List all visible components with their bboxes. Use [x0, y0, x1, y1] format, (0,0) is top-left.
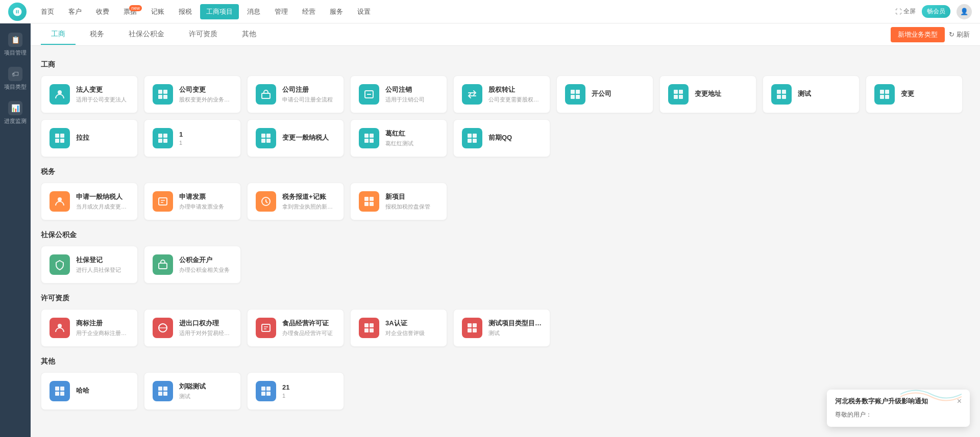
- sub-tab-许可资质[interactable]: 许可资质: [179, 24, 228, 45]
- card-新项目[interactable]: 新项目 报税加税控盘保管: [350, 183, 447, 220]
- nav-item-设置[interactable]: 设置: [351, 4, 377, 19]
- nav-item-客户[interactable]: 客户: [62, 4, 88, 19]
- sidebar-item-项目类型[interactable]: 🏷 项目类型: [2, 63, 29, 95]
- card-title-社保登记: 社保登记: [76, 255, 129, 265]
- card-税务报道+记账[interactable]: 税务报道+记账 拿到营业执照的新公司: [247, 183, 344, 220]
- card-icon-刘聪测试: [153, 381, 173, 401]
- nav-item-报税[interactable]: 报税: [173, 4, 198, 19]
- nav-item-工商项目[interactable]: 工商项目: [200, 4, 239, 19]
- card-icon-1: [153, 128, 173, 148]
- card-前期QQ[interactable]: 前期QQ: [453, 119, 550, 157]
- card-社保登记[interactable]: 社保登记 进行人员社保登记: [41, 246, 138, 284]
- card-text-公司变更: 公司变更 股权变更外的业务变更: [179, 85, 232, 104]
- refresh-icon: ↻: [949, 31, 954, 38]
- card-text-葛红红: 葛红红 葛红红测试: [385, 129, 438, 147]
- card-text-公司注册: 公司注册 申请公司注册全流程: [282, 85, 335, 104]
- section-title-税务: 税务: [41, 167, 970, 176]
- fullscreen-button[interactable]: ⛶ 全屏: [895, 7, 916, 16]
- cards-grid-社保公积金: 社保登记 进行人员社保登记 公积金开户 办理公积金相关业务: [41, 246, 970, 284]
- sub-tab-税务[interactable]: 税务: [80, 24, 114, 45]
- sub-tab-其他[interactable]: 其他: [232, 24, 266, 45]
- card-开公司[interactable]: 开公司: [556, 75, 653, 113]
- card-title-税务报道+记账: 税务报道+记账: [282, 192, 335, 201]
- card-desc-21: 1: [282, 393, 335, 399]
- card-text-哈哈: 哈哈: [76, 386, 129, 397]
- card-3A认证[interactable]: 3A认证 对企业信誉评级: [350, 309, 447, 347]
- card-测试项目类型目定义[interactable]: 测试项目类型目定义 测试: [453, 309, 550, 347]
- svg-rect-64: [473, 323, 477, 327]
- card-text-21: 21 1: [282, 383, 335, 399]
- card-icon-商标注册: [50, 318, 70, 338]
- user-avatar[interactable]: 👤: [957, 4, 972, 19]
- svg-rect-74: [163, 392, 167, 396]
- sidebar-icon-进度监测: 📊: [8, 101, 22, 115]
- card-icon-进出口权办理: [153, 318, 173, 338]
- card-商标注册[interactable]: 商标注册 用于企业商标注册服务: [41, 309, 138, 347]
- card-食品经营许可证[interactable]: 食品经营许可证 办理食品经营许可证: [247, 309, 344, 347]
- card-公司注销[interactable]: 公司注销 适用于注销公司: [350, 75, 447, 113]
- card-text-食品经营许可证: 食品经营许可证 办理食品经营许可证: [282, 319, 335, 337]
- svg-rect-63: [468, 323, 472, 327]
- card-title-葛红红: 葛红红: [385, 129, 438, 138]
- nav-item-消息[interactable]: 消息: [241, 4, 266, 19]
- nav-item-管理[interactable]: 管理: [268, 4, 294, 19]
- card-title-3A认证: 3A认证: [385, 319, 438, 328]
- card-icon-公司变更: [153, 84, 173, 105]
- nav-item-首页[interactable]: 首页: [35, 4, 60, 19]
- card-葛红红[interactable]: 葛红红 葛红红测试: [350, 119, 447, 157]
- card-desc-公司注销: 适用于注销公司: [385, 96, 438, 104]
- card-title-股权转让: 股权转让: [488, 85, 542, 94]
- card-变更[interactable]: 变更: [866, 75, 963, 113]
- section-title-社保公积金: 社保公积金: [41, 230, 970, 240]
- card-哈哈[interactable]: 哈哈: [41, 372, 138, 410]
- nav-item-服务[interactable]: 服务: [324, 4, 349, 19]
- card-desc-社保登记: 进行人员社保登记: [76, 266, 129, 274]
- card-desc-公司变更: 股权变更外的业务变更: [179, 96, 232, 104]
- card-title-公司注册: 公司注册: [282, 85, 335, 94]
- card-title-公司注销: 公司注销: [385, 85, 438, 94]
- card-21[interactable]: 21 1: [247, 372, 344, 410]
- card-text-股权转让: 股权转让 公司变更需要股权转让: [488, 85, 542, 104]
- card-公司变更[interactable]: 公司变更 股权变更外的业务变更: [144, 75, 241, 113]
- card-公司注册[interactable]: 公司注册 申请公司注册全流程: [247, 75, 344, 113]
- card-变更一般纳税人[interactable]: 变更一般纳税人: [247, 119, 344, 157]
- app-logo[interactable]: [8, 3, 27, 21]
- card-申请一般纳税人[interactable]: 申请一般纳税人 当月或次月成变更完成: [41, 183, 138, 220]
- card-title-变更地址: 变更地址: [695, 89, 748, 98]
- card-申请发票[interactable]: 申请发票 办理申请发票业务: [144, 183, 241, 220]
- sidebar-item-进度监测[interactable]: 📊 进度监测: [2, 97, 29, 129]
- card-法人变更[interactable]: 法人变更 适用于公司变更法人: [41, 75, 138, 113]
- nav-item-票据[interactable]: 票据new: [117, 4, 143, 19]
- nav-item-经营[interactable]: 经营: [296, 4, 322, 19]
- sub-tab-社保公积金[interactable]: 社保公积金: [118, 24, 175, 45]
- card-text-刘聪测试: 刘聪测试 测试: [179, 382, 232, 400]
- svg-rect-13: [674, 95, 678, 99]
- svg-rect-71: [158, 387, 162, 391]
- card-刘聪测试[interactable]: 刘聪测试 测试: [144, 372, 241, 410]
- sub-tab-工商[interactable]: 工商: [41, 24, 76, 45]
- card-icon-测试: [771, 84, 792, 105]
- vip-button[interactable]: 畅会员: [922, 5, 950, 18]
- card-1[interactable]: 1 1: [144, 119, 241, 157]
- card-icon-3A认证: [359, 318, 379, 338]
- refresh-button[interactable]: ↻ 刷新: [949, 30, 970, 39]
- cards-grid-工商: 法人变更 适用于公司变更法人 公司变更 股权变更外的业务变更 公司注册 申请公司…: [41, 75, 970, 157]
- svg-rect-27: [158, 134, 162, 138]
- svg-rect-59: [364, 323, 369, 327]
- sidebar-item-项目管理[interactable]: 📋 项目管理: [2, 29, 29, 61]
- nav-item-记账[interactable]: 记账: [145, 4, 170, 19]
- cards-grid-许可资质: 商标注册 用于企业商标注册服务 进出口权办理 适用于对外贸易经营者 食品经营许可…: [41, 309, 970, 347]
- section-title-许可资质: 许可资质: [41, 294, 970, 303]
- sidebar-icon-项目类型: 🏷: [8, 67, 22, 81]
- card-进出口权办理[interactable]: 进出口权办理 适用于对外贸易经营者: [144, 309, 241, 347]
- svg-rect-1: [158, 90, 162, 94]
- card-拉拉[interactable]: 拉拉: [41, 119, 138, 157]
- card-股权转让[interactable]: 股权转让 公司变更需要股权转让: [453, 75, 550, 113]
- card-测试[interactable]: 测试: [763, 75, 860, 113]
- card-title-哈哈: 哈哈: [76, 386, 129, 395]
- card-公积金开户[interactable]: 公积金开户 办理公积金相关业务: [144, 246, 241, 284]
- card-变更地址[interactable]: 变更地址: [659, 75, 756, 113]
- sidebar-label-进度监测: 进度监测: [4, 117, 27, 125]
- new-type-button[interactable]: 新增业务类型: [891, 27, 945, 42]
- nav-item-收费[interactable]: 收费: [90, 4, 115, 19]
